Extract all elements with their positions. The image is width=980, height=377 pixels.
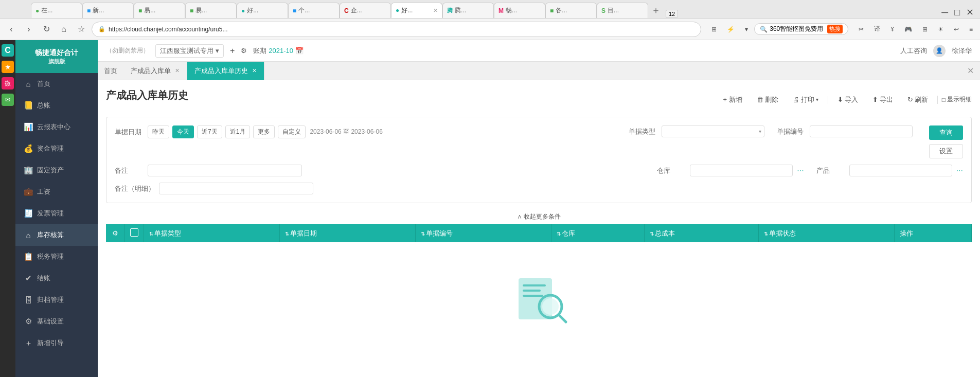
import-button[interactable]: ⬇ 导入 — [832, 93, 863, 106]
extensions-button[interactable]: ⊞ — [708, 25, 720, 34]
export-button[interactable]: ⬆ 导出 — [867, 93, 898, 106]
calendar-icon[interactable]: 📅 — [295, 47, 304, 55]
page-tab-history[interactable]: 产成品入库单历史 ✕ — [187, 62, 264, 80]
currency-button[interactable]: ¥ — [887, 25, 897, 34]
dock-weibo[interactable]: 微 — [2, 77, 14, 89]
date-btn-today[interactable]: 今天 — [172, 125, 194, 138]
delete-button[interactable]: 🗑 删除 — [752, 93, 783, 106]
sidebar-item-archive[interactable]: 🗄 归档管理 — [15, 289, 98, 311]
sidebar-item-finance[interactable]: 💰 资金管理 — [15, 138, 98, 159]
page-tab-list-close[interactable]: ✕ — [175, 67, 180, 74]
product-dots-icon[interactable]: ··· — [956, 166, 963, 175]
add-button[interactable]: + 新增 — [718, 93, 747, 106]
sidebar-label-payroll: 工资 — [37, 187, 50, 196]
print-button[interactable]: 🖨 打印 ▾ — [788, 93, 824, 106]
add-company-button[interactable]: + — [230, 46, 235, 56]
th-date[interactable]: ⇅单据日期 — [279, 224, 415, 242]
sidebar-item-settings[interactable]: ⚙ 基础设置 — [15, 311, 98, 332]
dock-logo[interactable]: C — [2, 44, 14, 57]
grid-button[interactable]: ⊞ — [919, 25, 931, 34]
detail-remark-label: 备注（明细） — [115, 184, 155, 193]
query-button[interactable]: 查询 — [929, 125, 963, 140]
theme-button[interactable]: ☀ — [935, 25, 947, 34]
tab-目[interactable]: S 目... — [597, 3, 648, 18]
tax-icon: 📋 — [24, 252, 33, 261]
date-btn-yesterday[interactable]: 昨天 — [148, 125, 169, 138]
date-btn-more[interactable]: 更多 — [253, 125, 275, 138]
tab-新[interactable]: ■ 新... — [82, 3, 134, 18]
sidebar-item-home[interactable]: ⌂ 首页 — [15, 73, 98, 95]
detail-remark-input[interactable] — [159, 183, 313, 194]
sidebar-item-tax[interactable]: 📋 税务管理 — [15, 246, 98, 267]
home-button[interactable]: ⌂ — [57, 22, 71, 37]
set-button[interactable]: 设置 — [929, 144, 963, 158]
sidebar-item-invoice[interactable]: 🧾 发票管理 — [15, 203, 98, 224]
translate-button[interactable]: 译 — [871, 24, 883, 34]
collapse-button[interactable]: ∧ 收起更多条件 — [106, 209, 972, 224]
tab-易1[interactable]: ■ 易... — [134, 3, 185, 18]
company-select[interactable]: 江西服宝测试专用 ▾ — [155, 44, 224, 58]
menu-button[interactable]: ≡ — [966, 25, 976, 34]
refresh-button[interactable]: ↻ — [39, 22, 54, 37]
dock-mail[interactable]: ✉ — [2, 94, 14, 106]
page-tab-history-close[interactable]: ✕ — [252, 67, 257, 74]
tab-企[interactable]: C 企... — [340, 3, 391, 18]
tab-各[interactable]: ■ 各... — [545, 3, 597, 18]
show-cols-button[interactable]: □ 显示明细 — [942, 95, 972, 104]
breadcrumb-home[interactable]: 首页 — [98, 66, 123, 76]
maximize-icon[interactable]: □ — [954, 7, 960, 18]
th-settings[interactable]: ⚙ — [106, 224, 124, 242]
th-type[interactable]: ⇅单据类型 — [144, 224, 279, 242]
th-warehouse[interactable]: ⇅仓库 — [551, 224, 644, 242]
lightning-button[interactable]: ⚡ — [724, 25, 738, 34]
url-bar[interactable]: 🔒 https://cloud.chanjet.com/accounting/u… — [92, 22, 701, 37]
tab-腾[interactable]: 腾 腾... — [442, 3, 494, 18]
back-button[interactable]: ‹ — [4, 22, 19, 37]
search-bar[interactable]: 🔍 360智能抠图免费用 热搜 — [754, 23, 848, 35]
undo-button[interactable]: ↩ — [951, 25, 962, 34]
date-btn-custom[interactable]: 自定义 — [278, 125, 306, 138]
th-no[interactable]: ⇅单据编号 — [415, 224, 551, 242]
tab-易2[interactable]: ■ 易... — [185, 3, 237, 18]
game-button[interactable]: 🎮 — [901, 25, 915, 34]
date-btn-7days[interactable]: 近7天 — [197, 125, 222, 138]
date-btn-1month[interactable]: 近1月 — [225, 125, 251, 138]
company-settings-icon[interactable]: ⚙ — [241, 47, 247, 55]
tab-close-好2[interactable]: ✕ — [433, 7, 438, 14]
dock-star[interactable]: ★ — [2, 61, 14, 73]
th-status[interactable]: ⇅单据状态 — [759, 224, 895, 242]
warehouse-input[interactable] — [690, 165, 793, 176]
dropdown-button[interactable]: ▾ — [742, 25, 751, 34]
minimize-icon[interactable]: ─ — [941, 7, 948, 18]
remark-input[interactable] — [148, 165, 302, 176]
sidebar-item-settle[interactable]: ✔ 结账 — [15, 267, 98, 289]
sidebar-item-payroll[interactable]: 💼 工资 — [15, 181, 98, 203]
close-icon[interactable]: ✕ — [966, 7, 974, 18]
sidebar-item-fixed[interactable]: 🏢 固定资产 — [15, 159, 98, 181]
tab-个[interactable]: ■ 个... — [288, 3, 340, 18]
tab-好2[interactable]: ● 好... ✕ — [391, 3, 442, 18]
table-settings-icon[interactable]: ⚙ — [112, 229, 118, 237]
page-tab-list[interactable]: 产成品入库单 ✕ — [123, 62, 187, 80]
close-main-button[interactable]: ✕ — [961, 66, 980, 76]
tab-在[interactable]: ● 在... — [31, 3, 82, 18]
product-input[interactable] — [849, 165, 952, 176]
no-filter-input[interactable] — [810, 125, 913, 137]
sidebar-item-ledger[interactable]: 📒 总账 — [15, 95, 98, 116]
tab-add-button[interactable]: ＋ — [648, 3, 664, 18]
scissors-button[interactable]: ✂ — [856, 25, 867, 34]
sidebar-item-report[interactable]: 📊 云报表中心 — [15, 116, 98, 138]
tab-好1[interactable]: ● 好... — [237, 3, 288, 18]
consult-button[interactable]: 人工咨询 — [900, 46, 927, 56]
bookmark-button[interactable]: ☆ — [74, 22, 88, 37]
tab-畅[interactable]: M 畅... — [494, 3, 545, 18]
warehouse-dots-icon[interactable]: ··· — [797, 166, 804, 175]
sidebar-item-inventory[interactable]: ⌂ 库存核算 — [15, 224, 98, 246]
refresh-button[interactable]: ↻ 刷新 — [902, 93, 933, 106]
type-select[interactable] — [662, 125, 764, 137]
forward-button[interactable]: › — [22, 22, 36, 37]
th-cost[interactable]: ⇅总成本 — [644, 224, 759, 242]
select-all-checkbox[interactable] — [130, 228, 138, 237]
sidebar-item-new-entry[interactable]: ＋ 新增引导 — [15, 332, 98, 354]
th-checkbox[interactable] — [124, 224, 144, 242]
